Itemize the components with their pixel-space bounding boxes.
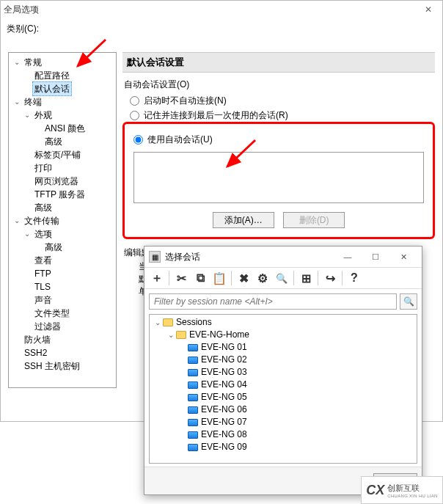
category-tree[interactable]: ⌄常规·配置路径·默认会话⌄终端⌄外观·ANSI 颜色·高级·标签页/平铺·打印… bbox=[8, 52, 117, 388]
radio-remember-last[interactable]: 记住并连接到最后一次使用的会话(R) bbox=[130, 109, 435, 122]
dialog-title: 全局选项 bbox=[4, 4, 39, 16]
auto-session-list[interactable] bbox=[133, 152, 424, 203]
terminal-icon bbox=[188, 369, 198, 376]
session-item[interactable]: EVE-NG 04 bbox=[150, 379, 417, 391]
tree-item-label: ANSI 颜色 bbox=[43, 122, 87, 135]
maximize-icon[interactable]: ☐ bbox=[362, 249, 389, 265]
tree-item-label: TFTP 服务器 bbox=[32, 188, 87, 201]
tree-item[interactable]: ·高级 bbox=[9, 201, 116, 214]
tree-item-label: 查看 bbox=[32, 254, 54, 267]
tree-item[interactable]: ·打印 bbox=[9, 161, 116, 175]
minimize-icon[interactable]: — bbox=[334, 249, 362, 265]
tree-item[interactable]: ·过滤器 bbox=[9, 320, 116, 333]
tree-item[interactable]: ⌄文件传输 bbox=[9, 214, 116, 227]
export-icon[interactable]: ↪ bbox=[321, 269, 340, 288]
close-icon[interactable]: ✕ bbox=[389, 249, 417, 265]
settings-icon[interactable]: ⚙ bbox=[253, 269, 272, 288]
child-titlebar: ▦ 选择会话 — ☐ ✕ bbox=[144, 246, 422, 267]
tree-item[interactable]: ⌄终端 bbox=[9, 95, 116, 109]
tree-item[interactable]: ·SSH2 bbox=[9, 346, 116, 359]
delete-button[interactable]: 删除(D) bbox=[283, 212, 345, 228]
session-label: EVE-NG 09 bbox=[201, 441, 247, 453]
tree-item[interactable]: ·TFTP 服务器 bbox=[9, 188, 116, 201]
tree-item[interactable]: ·SSH 主机密钥 bbox=[9, 359, 116, 373]
close-icon[interactable]: ✕ bbox=[417, 4, 439, 15]
session-item[interactable]: EVE-NG 02 bbox=[150, 354, 417, 366]
delete-icon[interactable]: ✖ bbox=[234, 269, 253, 288]
session-label: EVE-NG 01 bbox=[201, 341, 247, 354]
tree-item[interactable]: ·配置路径 bbox=[9, 69, 116, 82]
tree-item-label: 文件类型 bbox=[32, 307, 72, 320]
session-item[interactable]: EVE-NG 07 bbox=[150, 416, 417, 428]
session-item[interactable]: EVE-NG 03 bbox=[150, 366, 417, 379]
session-item[interactable]: ⌄EVE-NG-Home bbox=[150, 329, 417, 341]
add-button[interactable]: 添加(A)… bbox=[213, 212, 274, 228]
titlebar: 全局选项 ✕ bbox=[1, 1, 442, 18]
tree-item-label: 配置路径 bbox=[32, 69, 72, 82]
tree-item-label: SSH 主机密钥 bbox=[22, 359, 82, 373]
tree-item-label: 选项 bbox=[32, 227, 54, 241]
session-item[interactable]: EVE-NG 09 bbox=[150, 441, 417, 453]
chevron-down-icon[interactable]: ⌄ bbox=[12, 95, 22, 109]
tree-item[interactable]: ·声音 bbox=[9, 293, 116, 307]
tree-item[interactable]: ·默认会话 bbox=[9, 82, 116, 95]
new-icon[interactable]: ＋ bbox=[147, 269, 166, 288]
session-item[interactable]: EVE-NG 01 bbox=[150, 341, 417, 354]
session-label: EVE-NG 05 bbox=[201, 391, 247, 403]
chevron-down-icon[interactable]: ⌄ bbox=[166, 329, 176, 341]
tree-item-label: 防火墙 bbox=[22, 333, 53, 346]
tree-item-label: 过滤器 bbox=[32, 320, 63, 333]
tree-item-label: 声音 bbox=[32, 293, 54, 307]
help-icon[interactable]: ? bbox=[345, 269, 364, 288]
find-icon[interactable]: 🔍 bbox=[272, 269, 291, 288]
tree-item[interactable]: ·防火墙 bbox=[9, 333, 116, 346]
tree-item-label: 高级 bbox=[43, 135, 65, 148]
tree-item[interactable]: ⌄外观 bbox=[9, 109, 116, 122]
chevron-down-icon[interactable]: ⌄ bbox=[22, 109, 32, 122]
chevron-down-icon[interactable]: ⌄ bbox=[153, 316, 163, 329]
chevron-down-icon[interactable]: ⌄ bbox=[22, 227, 32, 241]
watermark-logo: CX 创新互联 CHUANG XIN HU LIAN bbox=[361, 476, 443, 504]
tree-item[interactable]: ·高级 bbox=[9, 135, 116, 148]
chevron-down-icon[interactable]: ⌄ bbox=[12, 214, 22, 227]
tree-item[interactable]: ⌄常规 bbox=[9, 56, 116, 69]
tree-item[interactable]: ·网页浏览器 bbox=[9, 175, 116, 188]
chevron-down-icon[interactable]: ⌄ bbox=[12, 56, 22, 69]
tree-item-label: 终端 bbox=[22, 95, 44, 109]
terminal-icon bbox=[188, 431, 198, 439]
tree-item[interactable]: ·查看 bbox=[9, 254, 116, 267]
tree-item[interactable]: ·标签页/平铺 bbox=[9, 148, 116, 161]
terminal-icon bbox=[188, 444, 198, 451]
cut-icon[interactable]: ✂ bbox=[172, 269, 191, 288]
radio-input[interactable] bbox=[130, 111, 139, 120]
session-label: EVE-NG 08 bbox=[201, 428, 247, 441]
radio-no-auto-connect[interactable]: 启动时不自动连接(N) bbox=[130, 94, 435, 107]
new-folder-icon[interactable]: ⊞ bbox=[296, 269, 315, 288]
paste-icon[interactable]: 📋 bbox=[210, 269, 229, 288]
tree-item[interactable]: ·ANSI 颜色 bbox=[9, 122, 116, 135]
radio-input[interactable] bbox=[130, 96, 139, 106]
tree-item[interactable]: ·FTP bbox=[9, 267, 116, 280]
tree-item[interactable]: ·高级 bbox=[9, 241, 116, 254]
filter-input[interactable] bbox=[149, 293, 397, 310]
radio-label: 使用自动会话(U) bbox=[147, 134, 213, 146]
tree-item-label: 文件传输 bbox=[22, 214, 62, 227]
app-icon: ▦ bbox=[149, 251, 161, 263]
session-item[interactable]: EVE-NG 06 bbox=[150, 403, 417, 416]
session-item[interactable]: EVE-NG 08 bbox=[150, 428, 417, 441]
radio-use-auto-session[interactable]: 使用自动会话(U) bbox=[133, 133, 424, 146]
session-label: EVE-NG 06 bbox=[201, 403, 247, 416]
radio-label: 启动时不自动连接(N) bbox=[144, 95, 227, 107]
search-button[interactable]: 🔍 bbox=[400, 293, 417, 310]
tree-item[interactable]: ·TLS bbox=[9, 280, 116, 293]
tree-item-label: 打印 bbox=[32, 161, 54, 175]
session-label: EVE-NG 07 bbox=[201, 416, 247, 428]
tree-item[interactable]: ·文件类型 bbox=[9, 307, 116, 320]
copy-icon[interactable]: ⧉ bbox=[191, 269, 210, 288]
tree-item[interactable]: ⌄选项 bbox=[9, 227, 116, 241]
terminal-icon bbox=[188, 406, 198, 414]
session-tree[interactable]: ⌄Sessions⌄EVE-NG-HomeEVE-NG 01EVE-NG 02E… bbox=[149, 314, 417, 464]
radio-input[interactable] bbox=[133, 135, 143, 145]
session-item[interactable]: ⌄Sessions bbox=[150, 316, 417, 329]
session-item[interactable]: EVE-NG 05 bbox=[150, 391, 417, 403]
